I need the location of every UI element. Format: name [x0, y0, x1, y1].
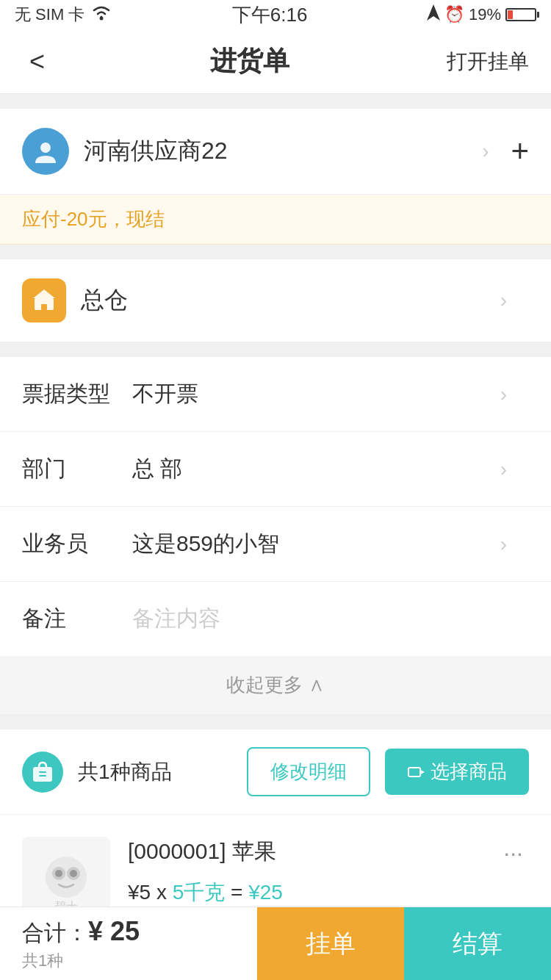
- svg-marker-4: [33, 289, 55, 298]
- product-info: [0000001] 苹果 ¥5 x 5千克 = ¥25: [128, 837, 480, 907]
- total-sub: 共1种: [22, 950, 235, 972]
- department-value: 总 部: [132, 454, 500, 484]
- invoice-label: 票据类型: [22, 379, 132, 409]
- supplier-chevron-icon: ›: [482, 140, 489, 163]
- edit-detail-button[interactable]: 修改明细: [247, 747, 370, 796]
- product-quantity: 5千克: [173, 881, 226, 904]
- unit-price: ¥5 x: [128, 881, 173, 904]
- status-bar: 无 SIM 卡 下午6:16 ⏰ 19%: [0, 0, 551, 29]
- more-options-button[interactable]: ···: [497, 837, 529, 870]
- nav-bar: < 进货单 打开挂单: [0, 29, 551, 94]
- svg-point-14: [55, 870, 62, 877]
- equals: =: [225, 881, 248, 904]
- total-info: 合计：¥ 25 共1种: [0, 916, 257, 972]
- svg-rect-5: [41, 304, 47, 310]
- remark-input[interactable]: 备注内容: [132, 604, 529, 634]
- invoice-chevron-icon: ›: [500, 383, 507, 406]
- svg-point-2: [40, 143, 51, 153]
- location-icon: [427, 4, 440, 25]
- status-right: ⏰ 19%: [427, 4, 536, 25]
- supplier-name: 河南供应商22: [84, 135, 482, 167]
- warehouse-chevron-icon: ›: [500, 289, 507, 312]
- svg-rect-9: [408, 768, 420, 777]
- back-button[interactable]: <: [22, 39, 52, 84]
- checkout-button[interactable]: 结算: [404, 907, 551, 981]
- warehouse-row[interactable]: 总仓 ›: [0, 259, 551, 342]
- svg-point-11: [46, 857, 87, 898]
- department-chevron-icon: ›: [500, 458, 507, 481]
- section-divider-4: [0, 714, 551, 729]
- salesman-value: 这是859的小智: [132, 529, 500, 559]
- salesman-label: 业务员: [22, 529, 132, 559]
- svg-marker-1: [427, 4, 440, 21]
- invoice-value: 不开票: [132, 379, 500, 409]
- alert-banner: 应付-20元，现结: [0, 195, 551, 245]
- remark-row[interactable]: 备注 备注内容: [0, 581, 551, 656]
- carrier-text: 无 SIM 卡: [15, 4, 84, 26]
- hang-button[interactable]: 挂单: [257, 907, 404, 981]
- total-main: 合计：¥ 25: [22, 916, 235, 948]
- department-row[interactable]: 部门 总 部 ›: [0, 431, 551, 506]
- form-section: 票据类型 不开票 › 部门 总 部 › 业务员 这是859的小智 › 备注 备注…: [0, 356, 551, 656]
- salesman-row[interactable]: 业务员 这是859的小智 ›: [0, 506, 551, 581]
- section-divider-3: [0, 342, 551, 356]
- supplier-avatar: [22, 128, 69, 175]
- battery-icon: [505, 8, 536, 21]
- product-title: 苹果: [232, 839, 276, 863]
- supplier-row[interactable]: 河南供应商22 › +: [0, 109, 551, 195]
- product-price: ¥5 x 5千克 = ¥25: [128, 879, 480, 907]
- product-total: ¥25: [248, 881, 283, 904]
- supplier-section: 河南供应商22 › + 应付-20元，现结: [0, 109, 551, 245]
- bottom-bar: 合计：¥ 25 共1种 挂单 结算: [0, 907, 551, 980]
- warehouse-section: 总仓 ›: [0, 259, 551, 342]
- page-title: 进货单: [210, 43, 289, 79]
- open-hang-button[interactable]: 打开挂单: [447, 48, 529, 76]
- section-divider-2: [0, 245, 551, 259]
- collapse-row[interactable]: 收起更多 ∧: [0, 656, 551, 714]
- svg-rect-6: [33, 767, 52, 782]
- status-carrier: 无 SIM 卡: [15, 4, 112, 26]
- svg-rect-7: [39, 771, 46, 773]
- salesman-chevron-icon: ›: [500, 533, 507, 556]
- total-amount: ¥ 25: [88, 916, 140, 946]
- products-header: 共1种商品 修改明细 选择商品: [0, 729, 551, 814]
- add-button[interactable]: +: [511, 136, 529, 167]
- svg-rect-8: [39, 775, 46, 777]
- warehouse-name: 总仓: [81, 284, 500, 317]
- product-count: 共1种商品: [78, 758, 232, 786]
- svg-point-15: [70, 870, 77, 877]
- wifi-icon: [90, 4, 112, 25]
- total-label: 合计：: [22, 920, 88, 945]
- status-time: 下午6:16: [232, 2, 308, 28]
- remark-label: 备注: [22, 604, 132, 634]
- warehouse-icon: [22, 278, 66, 323]
- product-id: [0000001]: [128, 839, 232, 863]
- alarm-icon: ⏰: [444, 5, 464, 24]
- department-label: 部门: [22, 454, 132, 484]
- section-divider-1: [0, 94, 551, 109]
- svg-point-0: [100, 17, 104, 21]
- select-product-icon: [407, 763, 425, 781]
- product-name: [0000001] 苹果: [128, 837, 480, 867]
- invoice-row[interactable]: 票据类型 不开票 ›: [0, 356, 551, 431]
- products-icon: [22, 752, 63, 793]
- collapse-label: 收起更多 ∧: [226, 672, 324, 698]
- select-product-button[interactable]: 选择商品: [385, 749, 529, 795]
- battery-percent: 19%: [469, 5, 501, 24]
